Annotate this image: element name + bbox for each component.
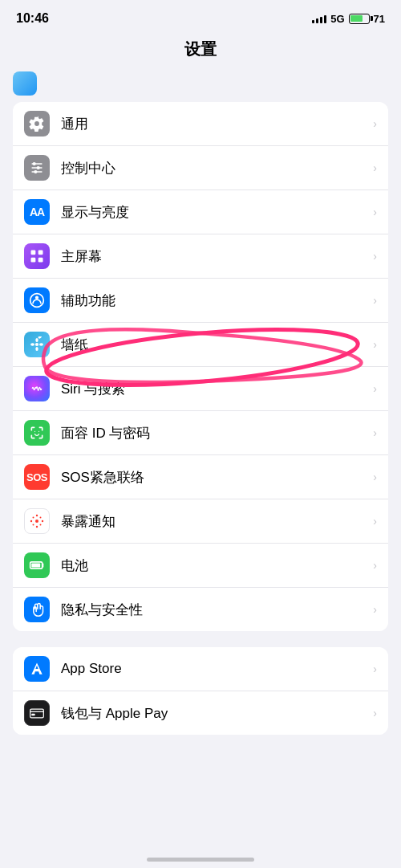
faceid-chevron: › [373, 426, 377, 439]
wallet-icon [24, 700, 50, 726]
general-chevron: › [373, 117, 377, 130]
svg-point-22 [42, 520, 43, 522]
appstore-chevron: › [373, 662, 377, 675]
settings-row-exposure[interactable]: 暴露通知 › [13, 499, 388, 544]
svg-point-3 [33, 162, 36, 165]
signal-bar-3 [320, 17, 322, 23]
svg-point-10 [30, 294, 44, 308]
homescreen-chevron: › [373, 250, 377, 263]
status-right: 5G 71 [312, 13, 385, 25]
signal-bar-1 [312, 20, 314, 23]
exposure-label: 暴露通知 [61, 512, 368, 531]
wallet-chevron: › [373, 707, 377, 719]
flower-icon [29, 336, 45, 352]
svg-rect-6 [31, 251, 36, 255]
control-label: 控制中心 [61, 159, 368, 177]
homescreen-label: 主屏幕 [61, 247, 368, 266]
svg-point-4 [37, 166, 40, 169]
exposure-dots-icon [27, 511, 47, 531]
network-type: 5G [330, 13, 344, 25]
svg-point-19 [36, 515, 38, 516]
svg-point-24 [40, 517, 42, 519]
svg-point-17 [38, 336, 43, 339]
svg-point-25 [33, 524, 34, 526]
display-icon: AA [24, 199, 50, 225]
wallpaper-label: 墙纸 [61, 336, 368, 354]
settings-row-faceid[interactable]: 面容 ID 与密码 › [13, 411, 388, 455]
sos-label: SOS紧急联络 [61, 468, 368, 487]
privacy-label: 隐私与安全性 [61, 601, 368, 619]
exposure-chevron: › [373, 515, 377, 528]
settings-row-siri[interactable]: Siri 与搜索 › [13, 367, 388, 411]
appstore-a-icon [29, 661, 45, 677]
faceid-label: 面容 ID 与密码 [61, 424, 368, 442]
svg-rect-29 [30, 709, 44, 718]
svg-point-13 [35, 338, 38, 342]
sliders-icon [29, 160, 45, 176]
grid-icon [29, 248, 45, 264]
accessibility-icon [24, 287, 50, 313]
status-time: 10:46 [16, 11, 49, 26]
homescreen-icon [24, 243, 50, 269]
svg-rect-7 [38, 251, 43, 255]
appstore-label: App Store [61, 661, 368, 677]
settings-row-privacy[interactable]: 隐私与安全性 › [13, 588, 388, 631]
settings-row-accessibility[interactable]: 辅助功能 › [13, 279, 388, 323]
settings-row-battery[interactable]: 电池 › [13, 544, 388, 588]
wallpaper-chevron: › [373, 338, 377, 351]
settings-row-wallpaper[interactable]: 墙纸 › [13, 323, 388, 367]
settings-group-apps: App Store › 钱包与 Apple Pay › [13, 647, 388, 735]
faceid-icon [24, 420, 50, 446]
battery-icon [349, 14, 370, 24]
sos-icon: SOS [24, 464, 50, 490]
svg-rect-9 [38, 258, 43, 263]
settings-row-sos[interactable]: SOS SOS紧急联络 › [13, 455, 388, 499]
svg-point-5 [34, 170, 37, 173]
battery-label: 电池 [61, 556, 368, 575]
battery-fill [350, 15, 363, 22]
status-bar: 10:46 5G 71 [0, 0, 401, 31]
general-label: 通用 [61, 115, 368, 133]
partial-icon-row [0, 71, 401, 102]
wallet-label: 钱包与 Apple Pay [61, 704, 368, 723]
siri-chevron: › [373, 382, 377, 395]
privacy-icon [24, 597, 50, 622]
siri-waveform-icon [29, 381, 45, 397]
wallet-card-icon [29, 705, 45, 721]
page-title: 设置 [0, 31, 401, 71]
battery-settings-icon [24, 552, 50, 578]
wallpaper-icon [24, 332, 50, 357]
face-scan-icon [29, 425, 45, 441]
signal-bar-2 [316, 18, 318, 23]
display-label: 显示与亮度 [61, 203, 368, 222]
settings-row-wallet[interactable]: 钱包与 Apple Pay › [13, 691, 388, 735]
battery-percent: 71 [374, 13, 385, 25]
settings-row-homescreen[interactable]: 主屏幕 › [13, 234, 388, 279]
hand-icon [29, 601, 45, 617]
svg-point-16 [39, 343, 43, 345]
settings-row-general[interactable]: 通用 › [13, 102, 388, 146]
control-chevron: › [373, 161, 377, 174]
signal-bars-icon [312, 14, 326, 23]
general-icon [24, 111, 50, 137]
control-center-icon [24, 155, 50, 181]
svg-point-14 [35, 347, 38, 351]
privacy-chevron: › [373, 603, 377, 616]
sos-text-icon: SOS [26, 471, 47, 483]
display-chevron: › [373, 206, 377, 218]
person-circle-icon [29, 292, 45, 308]
svg-rect-30 [31, 714, 34, 716]
partial-icon [13, 71, 37, 96]
svg-point-15 [30, 343, 34, 345]
svg-point-18 [35, 520, 38, 523]
home-indicator [147, 858, 254, 862]
svg-point-23 [33, 517, 34, 519]
siri-icon [24, 376, 50, 401]
settings-row-display[interactable]: AA 显示与亮度 › [13, 190, 388, 234]
settings-row-appstore[interactable]: App Store › [13, 647, 388, 691]
settings-row-control[interactable]: 控制中心 › [13, 146, 388, 190]
exposure-icon [24, 508, 50, 534]
svg-rect-28 [31, 564, 40, 568]
gear-icon [29, 116, 45, 132]
svg-point-26 [40, 524, 42, 526]
